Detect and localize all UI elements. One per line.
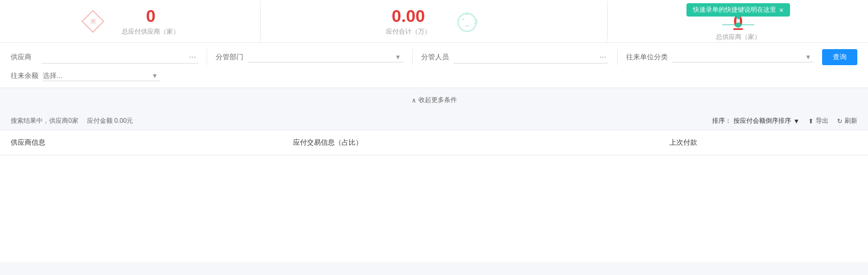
sort-label: 排序： [712, 116, 731, 125]
svg-text:米: 米 [90, 18, 97, 25]
balance-input[interactable] [43, 72, 149, 80]
export-label: 导出 [816, 116, 828, 125]
sort-value: 按应付会额倒序排序 [733, 116, 791, 125]
sort-button[interactable]: 排序： 按应付会额倒序排序 ▼ [712, 116, 800, 125]
category-label: 往来单位分类 [626, 52, 668, 62]
sort-arrow-icon: ▼ [793, 117, 800, 125]
total-supplier-label: 总供应商（家） [716, 33, 761, 42]
stats-bar: 米 0 总应付供应商（家） 0.00 应付合计（万） [0, 0, 868, 43]
result-left: 搜索结果中，供应商0家 应付金额 0.00元 [11, 116, 133, 125]
balance-input-box[interactable]: ▼ [43, 70, 160, 81]
tooltip-text: 快速录单的快捷键说明在这里 [693, 5, 776, 14]
collapse-chevron-icon: ∧ [412, 97, 416, 104]
filter-manager: 分管人员 ··· [421, 51, 609, 64]
refresh-label: 刷新 [845, 116, 857, 125]
manager-label: 分管人员 [421, 52, 449, 62]
filter-balance: 往来余额 ▼ [11, 70, 160, 81]
tooltip-close-btn[interactable]: × [779, 6, 784, 14]
filter-supplier: 供应商 ··· [11, 51, 198, 64]
export-button[interactable]: ⬆ 导出 [808, 116, 828, 125]
diamond-logo-icon: 米 [80, 9, 106, 34]
stat-total-supplier: 快速录单的快捷键说明在这里 × 0 总供应商（家） [608, 0, 868, 42]
col-supplier-header: 供应商信息 [11, 138, 293, 147]
manager-input-box[interactable]: ··· [453, 51, 609, 64]
supplier-input[interactable] [42, 53, 187, 61]
collapse-button[interactable]: ∧ 收起更多条件 [401, 92, 468, 108]
query-button[interactable]: 查询 [822, 49, 857, 65]
department-input-box[interactable]: ▼ [248, 52, 403, 62]
stat-payable-total: 0.00 应付合计（万） [261, 0, 608, 42]
filter-section: 供应商 ··· 分管部门 ▼ 分管人员 ··· 往来单位分 [0, 43, 868, 88]
supplier-dots-icon[interactable]: ··· [187, 52, 198, 62]
category-input[interactable] [672, 53, 803, 61]
result-supplier-count: 搜索结果中，供应商0家 [11, 116, 78, 125]
filter-row-2: 往来余额 ▼ [11, 70, 857, 81]
refresh-button[interactable]: ↻ 刷新 [837, 116, 857, 125]
department-input[interactable] [248, 53, 392, 61]
department-label: 分管部门 [216, 52, 243, 62]
department-arrow-icon[interactable]: ▼ [393, 53, 404, 61]
svg-point-2 [458, 13, 476, 32]
collapse-row: ∧ 收起更多条件 [0, 88, 868, 112]
balance-arrow-icon[interactable]: ▼ [149, 72, 160, 80]
result-bar: 搜索结果中，供应商0家 应付金额 0.00元 排序： 按应付会额倒序排序 ▼ ⬆… [0, 112, 868, 130]
manager-input[interactable] [453, 53, 597, 61]
col-payment-header: 上次付款 [669, 138, 857, 147]
manager-dots-icon[interactable]: ··· [597, 52, 608, 62]
filter-row-1: 供应商 ··· 分管部门 ▼ 分管人员 ··· 往来单位分 [11, 49, 857, 65]
filter-category: 往来单位分类 ▼ [626, 52, 814, 62]
svg-point-3 [462, 18, 464, 20]
supplier-input-box[interactable]: ··· [42, 51, 198, 64]
stat-payable-supplier: 米 0 总应付供应商（家） [0, 0, 261, 42]
piggy-icon [452, 6, 482, 36]
filter-department: 分管部门 ▼ [216, 52, 403, 62]
export-icon: ⬆ [808, 117, 814, 125]
refresh-icon: ↻ [837, 117, 842, 125]
payable-supplier-count: 0 [146, 6, 155, 26]
table-header: 供应商信息 应付交易信息（占比） 上次付款 [0, 130, 868, 155]
category-arrow-icon[interactable]: ▼ [803, 53, 814, 61]
supplier-label: 供应商 [11, 52, 37, 62]
result-payable-amount: 应付金额 0.00元 [87, 116, 133, 125]
collapse-label: 收起更多条件 [419, 96, 457, 105]
category-input-box[interactable]: ▼ [672, 52, 814, 62]
col-transaction-header: 应付交易信息（占比） [293, 138, 669, 147]
payable-total-count: 0.00 [392, 6, 425, 26]
table-body [0, 155, 868, 262]
payable-total-label: 应付合计（万） [386, 27, 431, 36]
balance-label: 往来余额 [11, 71, 38, 81]
payable-supplier-label: 总应付供应商（家） [122, 27, 179, 36]
tooltip-bubble: 快速录单的快捷键说明在这里 × [686, 3, 790, 17]
result-right: 排序： 按应付会额倒序排序 ▼ ⬆ 导出 ↻ 刷新 [712, 116, 857, 125]
